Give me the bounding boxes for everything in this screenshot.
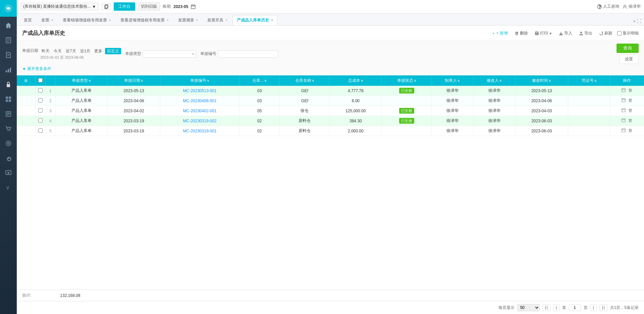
delete-button[interactable]: 删除 [513,29,530,37]
calendar-icon[interactable] [191,4,196,9]
col-wh-code-header[interactable]: 仓库...⇅ [239,75,280,86]
col-total-header[interactable]: 总成本⇅ [330,75,382,86]
prev-page-button[interactable]: ⟨ [553,304,559,311]
last-page-button[interactable]: ⟩⟩ [599,304,607,311]
sidebar-item-lock[interactable] [0,77,17,92]
user-menu[interactable]: 徐泽华 [623,4,641,9]
col-wh-name-header[interactable]: 仓库名称⇅ [280,75,330,86]
cell-check-3[interactable] [35,116,45,126]
tab-product-history-close[interactable]: × [271,18,273,22]
sidebar-item-chart[interactable] [0,62,17,77]
tab-maximize[interactable]: ⛶ [637,19,641,24]
next-page-button[interactable]: ⟩ [590,304,597,311]
sidebar-item-voucher[interactable] [0,33,17,48]
cell-check-4[interactable] [35,126,45,136]
delete-icon-4[interactable] [628,128,633,134]
col-status-header[interactable]: 单据状态⇅ [382,75,432,86]
date-1month[interactable]: 近1月 [79,48,92,54]
edit-icon-4[interactable] [621,128,626,134]
row-checkbox-3[interactable] [38,118,43,123]
select-all-checkbox[interactable] [38,78,43,82]
col-modtime-header[interactable]: 修改时间⇅ [515,75,568,86]
new-button[interactable]: ＋ + 新增 [489,29,510,37]
tab-invoice-issue-close[interactable]: × [225,18,227,22]
page-input[interactable] [569,304,581,311]
col-modifier-header[interactable]: 修改人⇅ [473,75,515,86]
sidebar-item-settings[interactable] [0,151,17,166]
tab-purchase-invoice-close[interactable]: × [167,18,169,22]
tab-invoice-close[interactable]: × [51,18,53,22]
sidebar-item-version[interactable]: V [0,180,17,195]
tab-home[interactable]: 首页 [19,15,36,25]
edit-icon-1[interactable] [621,98,626,104]
switch-old-version-button[interactable]: 切到旧版 [138,2,160,11]
tab-sales-invoice-close[interactable]: × [109,18,111,22]
workbench-button[interactable]: 工作台 [114,2,135,11]
delete-icon-0[interactable] [628,88,633,93]
row-checkbox-0[interactable] [38,88,43,92]
query-button[interactable]: 查询 [616,44,639,53]
number-filter-input[interactable] [218,50,278,58]
cell-number-1[interactable]: MC-20230406-001 [160,96,239,106]
cell-number-4[interactable]: MC-20230319-001 [160,126,239,136]
delete-icon-2[interactable] [628,108,633,114]
sidebar-item-home[interactable] [0,18,17,33]
setting-button[interactable]: 设置 [619,54,639,64]
edit-icon-3[interactable] [621,118,626,124]
col-number-header[interactable]: 单据编号⇅ [160,75,239,86]
edit-icon-2[interactable] [621,108,626,114]
import-button[interactable]: 导入 [557,29,574,37]
export-button[interactable]: 导出 [577,29,594,37]
col-date-header[interactable]: 单据日期⇅ [107,75,160,86]
date-custom[interactable]: 自定义 [105,48,121,54]
cell-check-1[interactable] [35,96,45,106]
date-today[interactable]: 今天 [52,48,63,54]
app-logo[interactable] [0,0,17,17]
date-more[interactable]: 更多 [93,48,104,54]
type-filter-select[interactable]: 产品入库单 [143,50,196,58]
cell-number-0[interactable]: MC-20230513-001 [160,86,239,96]
document-copy-btn[interactable] [102,3,111,10]
tab-sales-invoice[interactable]: 查看销项增值税专用发票 × [58,15,115,25]
show-detail-input[interactable] [617,31,622,36]
cell-check-0[interactable] [35,86,45,96]
sidebar-item-book[interactable] [0,48,17,62]
help-button[interactable]: ? 人工咨询 [597,4,619,9]
cell-number-2[interactable]: MC-20230402-001 [160,106,239,116]
filter-expand[interactable]: ▼ 展开更多条件 [22,66,639,72]
show-detail-checkbox[interactable]: 显示明细 [617,30,639,36]
print-button[interactable]: 打印 ▼ [533,29,554,37]
delete-icon-1[interactable] [628,98,633,104]
delete-icon-3[interactable] [628,118,633,124]
col-check-header[interactable] [35,75,45,86]
date-7days[interactable]: 近7天 [64,48,77,54]
cell-number-3[interactable]: MC-20230319-002 [160,116,239,126]
tab-invoice[interactable]: 发票 × [37,15,58,25]
col-type-header[interactable]: 单据类型⇅ [55,75,107,86]
per-page-select[interactable]: 20 50 100 [517,304,540,311]
sidebar-item-invoice[interactable] [0,107,17,121]
row-checkbox-1[interactable] [38,98,43,103]
col-voucher-header[interactable]: 凭证号⇅ [568,75,610,86]
row-checkbox-2[interactable] [38,108,43,113]
sidebar-item-cart[interactable] [0,121,17,136]
settings-gear-icon[interactable]: ⚙ [24,78,28,83]
tab-close-all[interactable]: × [633,19,636,24]
col-creator-header[interactable]: 制单人⇅ [432,75,474,86]
refresh-button[interactable]: 刷新 [597,29,614,37]
sidebar-item-play[interactable] [0,166,17,180]
sidebar-item-tools[interactable] [0,136,17,151]
tab-purchase-invoice[interactable]: 查看进项增值税专用发票 × [116,15,173,25]
row-checkbox-4[interactable] [38,128,43,133]
first-page-button[interactable]: ⟨⟨ [542,304,550,311]
tab-invoice-calc-close[interactable]: × [196,18,198,22]
col-settings-header[interactable]: ⚙ [17,75,35,86]
tab-product-history[interactable]: 产成品入库单历史 × [232,15,277,25]
sidebar-item-grid[interactable] [0,92,17,107]
edit-icon-0[interactable] [621,88,626,93]
cell-check-2[interactable] [35,106,45,116]
company-selector[interactable]: (库存核算) 直播轻途通信息技术股份... ▼ [20,3,99,10]
tab-invoice-issue[interactable]: 发票开具 × [203,15,232,25]
tab-invoice-calc[interactable]: 发票测算 × [174,15,203,25]
date-yesterday[interactable]: 昨天 [40,48,51,54]
